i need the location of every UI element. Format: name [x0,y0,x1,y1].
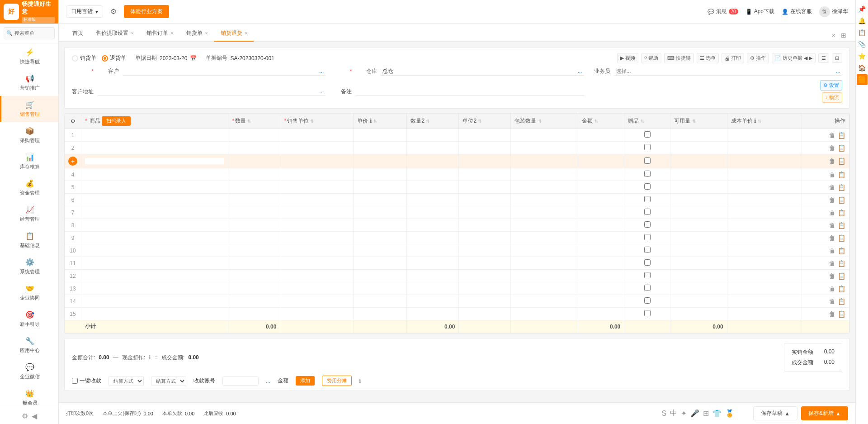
footer-icon-1[interactable]: S [661,409,668,419]
tab-sale-order[interactable]: 销售订单× [140,26,180,42]
radio-return[interactable]: 退货单 [102,54,126,62]
radio-sale-out[interactable]: 销货单 [72,54,96,62]
right-sidebar-btn-2[interactable]: 🔔 [857,15,868,26]
split-btn[interactable]: 费用分摊 [322,376,352,386]
tab-close-sale-order[interactable]: × [171,31,174,36]
right-sidebar-btn-6[interactable]: 🏠 [857,62,868,73]
tab-sale-return[interactable]: 销货退货× [214,26,254,42]
tab-close-sale-price[interactable]: × [131,31,134,36]
footer-icon-5[interactable]: ⊞ [702,408,710,419]
remark-input[interactable] [357,88,582,95]
sidebar-item-wechat[interactable]: 💬企业微信 [0,358,58,385]
delete-row-icon[interactable]: 🗑 [829,298,835,305]
footer-icon-7[interactable]: 🏅 [724,408,735,419]
operate-btn[interactable]: ⚙ 操作 [747,53,769,63]
delete-row-icon[interactable]: 🗑 [829,209,835,216]
delete-row-icon[interactable]: 🗑 [829,196,835,204]
salesperson-input[interactable] [616,68,834,74]
search-menu-button[interactable]: 🔍 搜索菜单 [4,27,55,39]
print-btn[interactable]: 🖨 打印 [722,53,744,63]
product-input-3[interactable] [85,158,224,164]
tab-close-all-icon[interactable]: × [830,31,837,40]
gift-checkbox-1[interactable] [644,131,651,138]
delete-row-icon[interactable]: 🗑 [829,222,835,229]
app-download-button[interactable]: 📱 App下载 [745,8,774,15]
gift-checkbox-13[interactable] [644,285,651,291]
delete-row-icon[interactable]: 🗑 [829,171,835,178]
one-key-collect-checkbox[interactable] [72,378,78,384]
tab-home[interactable]: 首页 [66,26,90,42]
sidebar-item-finance[interactable]: 💰资金管理 [0,175,58,201]
add-logistics-btn[interactable]: + 物流 [822,92,842,103]
warehouse-dots[interactable]: ... [578,68,582,74]
copy-row-icon[interactable]: 📋 [838,285,845,292]
sidebar-item-inventory[interactable]: 📊库存核算 [0,148,58,175]
sidebar-item-member[interactable]: 👑畅会员 [0,385,58,408]
copy-row-icon[interactable]: 📋 [838,247,845,254]
shortcut-btn[interactable]: ⌨ 快捷键 [664,53,694,63]
copy-row-icon[interactable]: 📋 [838,209,845,216]
settlement-method-select[interactable]: 结算方式 [108,376,144,386]
account-dots[interactable]: ... [266,378,270,384]
trial-button[interactable]: 体验行业方案 [124,5,169,18]
copy-row-icon[interactable]: 📋 [838,132,845,139]
delete-row-icon[interactable]: 🗑 [829,310,835,318]
customer-input[interactable] [124,68,317,74]
add-payment-btn[interactable]: 添加 [296,376,315,386]
right-sidebar-btn-7[interactable]: 🟧 [857,74,868,85]
right-sidebar-btn-3[interactable]: 📋 [857,27,868,38]
gift-checkbox-4[interactable] [644,171,651,177]
warehouse-input[interactable] [382,68,576,74]
save-new-button[interactable]: 保存&新增 ▲ [801,406,848,420]
delete-row-icon[interactable]: 🗑 [829,260,835,267]
gift-checkbox-5[interactable] [644,183,651,190]
sidebar-item-apps[interactable]: 🔧应用中心 [0,332,58,358]
sidebar-settings-icon[interactable]: ⚙ [22,412,28,420]
copy-row-icon[interactable]: 📋 [838,157,845,165]
delete-row-icon[interactable]: 🗑 [829,132,835,139]
calc-method-select[interactable]: 结算方式 [151,376,186,386]
gift-checkbox-2[interactable] [644,144,651,150]
sidebar-item-enterprise[interactable]: 🤝企业协同 [0,280,58,306]
gift-checkbox-9[interactable] [644,234,651,240]
view-toggle-grid[interactable]: ⊞ [832,53,842,63]
gift-checkbox-10[interactable] [644,247,651,253]
salesperson-dots[interactable]: ... [836,68,840,74]
sidebar-collapse-icon[interactable]: ◀ [32,412,37,420]
tab-close-sale-out[interactable]: × [205,31,208,36]
copy-row-icon[interactable]: 📋 [838,260,845,267]
address-input[interactable] [99,88,317,95]
tab-sale-price[interactable]: 售价提取设置× [90,26,140,42]
sidebar-item-sales[interactable]: 🛒销售管理 [0,96,58,122]
delete-row-icon[interactable]: 🗑 [829,285,835,292]
sidebar-item-shortcuts[interactable]: ⚡快捷导航 [0,43,58,70]
sidebar-item-marketing[interactable]: 📢营销推广 [0,70,58,96]
copy-row-icon[interactable]: 📋 [838,222,845,229]
footer-icon-2[interactable]: 中 [669,408,678,419]
sidebar-item-operations[interactable]: 📈经营管理 [0,201,58,227]
settings-btn[interactable]: ⚙ 设置 [820,80,842,91]
tab-maximize-icon[interactable]: ⊞ [839,31,848,40]
right-sidebar-btn-4[interactable]: 📎 [857,39,868,50]
footer-icon-4[interactable]: 🎤 [689,408,700,419]
copy-row-icon[interactable]: 📋 [838,196,845,204]
right-sidebar-btn-1[interactable]: 📌 [857,4,868,14]
gift-checkbox-11[interactable] [644,259,651,266]
one-key-collect-check[interactable]: 一键收款 [72,377,101,385]
copy-row-icon[interactable]: 📋 [838,310,845,318]
tab-close-sale-return[interactable]: × [245,31,248,36]
delete-row-icon[interactable]: 🗑 [829,157,835,165]
delete-row-icon[interactable]: 🗑 [829,144,835,152]
account-input[interactable] [222,376,259,386]
copy-row-icon[interactable]: 📋 [838,298,845,305]
gift-checkbox-14[interactable] [644,297,651,304]
sidebar-item-system[interactable]: ⚙️系统管理 [0,253,58,280]
gift-checkbox-12[interactable] [644,272,651,278]
online-service-button[interactable]: 👤 在线客服 [782,8,812,15]
add-row-btn[interactable]: + [68,157,77,166]
tab-sale-out[interactable]: 销货单× [180,26,214,42]
delete-row-icon[interactable]: 🗑 [829,247,835,254]
customer-dots[interactable]: ... [319,68,324,74]
gift-checkbox-6[interactable] [644,196,651,202]
select-order-btn[interactable]: ☰ 选单 [697,53,719,63]
